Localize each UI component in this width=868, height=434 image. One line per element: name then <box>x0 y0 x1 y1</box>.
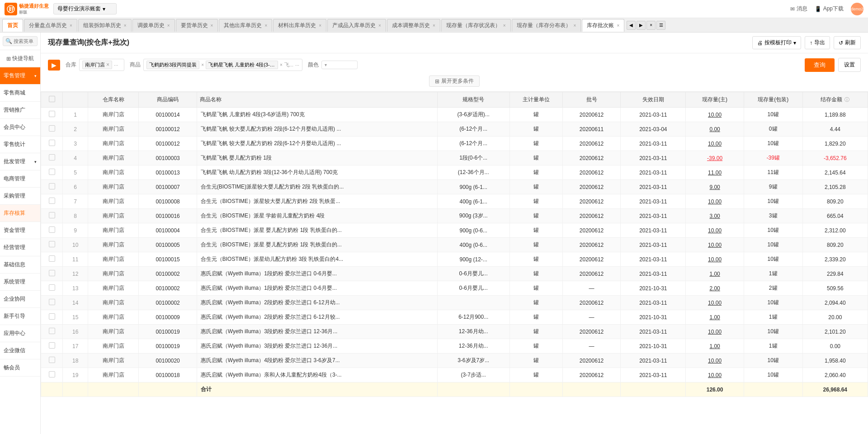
search-input[interactable] <box>14 38 38 44</box>
stock-main-link[interactable]: 10.00 <box>708 112 722 118</box>
sidebar-item-retail-shop[interactable]: 零售商城 <box>0 85 40 102</box>
row-checkbox[interactable] <box>49 154 55 160</box>
sidebar-item-sys-mgmt[interactable]: 系统管理 <box>0 274 40 291</box>
row-checkbox[interactable] <box>49 226 55 233</box>
tab-material-out-history[interactable]: 材料出库单历史 × <box>273 19 326 32</box>
sidebar-item-member[interactable]: 会员中心 <box>0 119 40 136</box>
row-checkbox[interactable] <box>49 270 55 276</box>
tab-transfer-history-close-icon[interactable]: × <box>167 23 170 28</box>
tab-other-out-history[interactable]: 其他出库单历史 × <box>219 19 272 32</box>
sidebar-item-ecommerce[interactable]: 电商管理 <box>0 170 40 188</box>
row-checkbox[interactable] <box>49 212 55 218</box>
product-tag-2-close-icon[interactable]: × <box>280 62 283 67</box>
template-print-button[interactable]: 🖨 按模板打印 ▾ <box>752 36 801 49</box>
user-menu[interactable]: demo2 <box>851 3 863 15</box>
row-checkbox[interactable] <box>49 140 55 146</box>
stock-main-link[interactable]: 10.00 <box>708 329 722 335</box>
stock-main-link[interactable]: 10.00 <box>708 227 722 234</box>
expand-more-conditions-button[interactable]: ⊞ 展开更多条件 <box>429 75 480 87</box>
tab-requisition-history-close-icon[interactable]: × <box>211 23 213 28</box>
sidebar-item-inventory[interactable]: 库存核算 <box>0 205 40 222</box>
sidebar-item-marketing[interactable]: 营销推广 <box>0 102 40 119</box>
sidebar-item-enterprise-wechat[interactable]: 企业微信 <box>0 342 40 359</box>
row-checkbox[interactable] <box>49 299 55 305</box>
settings-button[interactable]: 设置 <box>838 58 861 72</box>
sidebar-item-basic-info[interactable]: 基础信息 <box>0 256 40 274</box>
row-checkbox[interactable] <box>49 111 55 117</box>
row-checkbox[interactable] <box>49 183 55 189</box>
product-tag-1-close-icon[interactable]: × <box>201 62 204 67</box>
tab-more-button[interactable]: ☰ <box>656 21 665 30</box>
row-checkbox[interactable] <box>49 357 55 363</box>
refresh-button[interactable]: ↺ 刷新 <box>834 36 861 49</box>
message-button[interactable]: ✉ 消息 <box>790 5 807 13</box>
amount-info-icon[interactable]: ⓘ <box>844 97 849 102</box>
tab-disassemble-history[interactable]: 组装拆卸单历史 × <box>78 19 132 32</box>
stock-main-link[interactable]: 10.00 <box>708 256 722 263</box>
stock-main-link[interactable]: 10.00 <box>708 242 722 248</box>
tab-close-button[interactable]: × <box>646 21 656 30</box>
color-filter-input[interactable]: ▾ <box>321 61 358 69</box>
sidebar-item-retail-stats[interactable]: 零售统计 <box>0 136 40 153</box>
tab-stock-dist-close-icon[interactable]: × <box>574 23 576 28</box>
tab-batch-voucher-close-icon[interactable]: × <box>617 23 619 28</box>
tab-split-history[interactable]: 分量盘点单历史 × <box>24 19 77 32</box>
tab-next-button[interactable]: ▶ <box>637 21 646 30</box>
sidebar-item-new-guide[interactable]: 新手引导 <box>0 308 40 325</box>
row-checkbox[interactable] <box>49 198 55 204</box>
tab-product-in-history[interactable]: 产成品入库单历史 × <box>327 19 386 32</box>
stock-main-link[interactable]: 2.00 <box>709 285 720 292</box>
product-filter-input[interactable]: 飞鹤奶粉3段丙筒提装 × 飞鹤星飞帆 儿童奶粉 4段(3-6岁适用) 700克 … <box>143 59 302 71</box>
sidebar-item-enterprise[interactable]: 企业协同 <box>0 291 40 308</box>
tab-home[interactable]: 首页 <box>2 19 23 32</box>
sidebar-item-finance[interactable]: 资金管理 <box>0 222 40 239</box>
tab-stock-dist[interactable]: 现存量（库存分布表） × <box>512 19 581 32</box>
sidebar-item-wholesale[interactable]: 批发管理 ▾ <box>0 153 40 170</box>
tab-stock-status-close-icon[interactable]: × <box>503 23 506 28</box>
row-checkbox[interactable] <box>49 313 55 320</box>
sidebar-item-purchase[interactable]: 采购管理 <box>0 188 40 205</box>
stock-main-link[interactable]: 1.00 <box>709 343 720 349</box>
stock-main-link[interactable]: 10.00 <box>708 300 722 306</box>
row-checkbox[interactable] <box>49 125 55 132</box>
filter-expand-button[interactable]: ▶ <box>48 60 60 71</box>
stock-main-link[interactable]: 10.00 <box>708 358 722 364</box>
tab-batch-voucher[interactable]: 库存批次账 × <box>582 19 624 32</box>
stock-main-link[interactable]: 9.00 <box>709 184 720 190</box>
stock-main-link[interactable]: 1.00 <box>709 271 720 277</box>
warehouse-filter-input[interactable]: 南岸门店 × ··· <box>79 59 124 71</box>
tab-stock-status[interactable]: 现存量（库存状况表） × <box>441 19 511 32</box>
query-button[interactable]: 查询 <box>805 58 835 72</box>
row-checkbox[interactable] <box>49 255 55 262</box>
warehouse-tag-close-icon[interactable]: × <box>106 61 109 68</box>
workspace-selector[interactable]: 母婴行业演示账套 ▾ <box>53 3 117 14</box>
stock-main-link[interactable]: 11.00 <box>708 170 722 176</box>
tab-cost-adjust-history[interactable]: 成本调整单历史 × <box>387 19 440 32</box>
tab-product-in-history-close-icon[interactable]: × <box>378 23 381 28</box>
stock-main-link[interactable]: 10.00 <box>708 372 722 378</box>
tab-cost-adjust-history-close-icon[interactable]: × <box>433 23 435 28</box>
sidebar-item-operation[interactable]: 经营管理 <box>0 239 40 256</box>
tab-requisition-history[interactable]: 要货单历史 × <box>176 19 218 32</box>
select-all-checkbox[interactable] <box>49 96 55 102</box>
tab-other-out-history-close-icon[interactable]: × <box>264 23 267 28</box>
row-checkbox[interactable] <box>49 342 55 349</box>
stock-main-link[interactable]: 1.00 <box>709 314 720 321</box>
row-checkbox[interactable] <box>49 169 55 175</box>
row-checkbox[interactable] <box>49 284 55 291</box>
row-checkbox[interactable] <box>49 371 55 377</box>
sidebar-item-app-center[interactable]: 应用中心 <box>0 325 40 342</box>
tab-material-out-history-close-icon[interactable]: × <box>319 23 321 28</box>
stock-main-link[interactable]: 0.00 <box>709 126 720 132</box>
product-more-text[interactable]: 飞... <box>284 61 293 68</box>
tab-prev-button[interactable]: ◀ <box>627 21 636 30</box>
stock-main-link[interactable]: 3.00 <box>709 213 720 219</box>
stock-main-link[interactable]: 10.00 <box>708 141 722 147</box>
sidebar-search-box[interactable]: 🔍 <box>3 36 38 46</box>
sidebar-quick-nav-item[interactable]: ⊞ 快捷导航 <box>0 52 40 65</box>
row-checkbox[interactable] <box>49 241 55 247</box>
tab-transfer-history[interactable]: 调拨单历史 × <box>132 19 175 32</box>
warehouse-more-icon[interactable]: ··· <box>114 62 118 68</box>
stock-main-link[interactable]: 10.00 <box>708 198 722 205</box>
export-button[interactable]: ↑ 导出 <box>805 36 830 49</box>
